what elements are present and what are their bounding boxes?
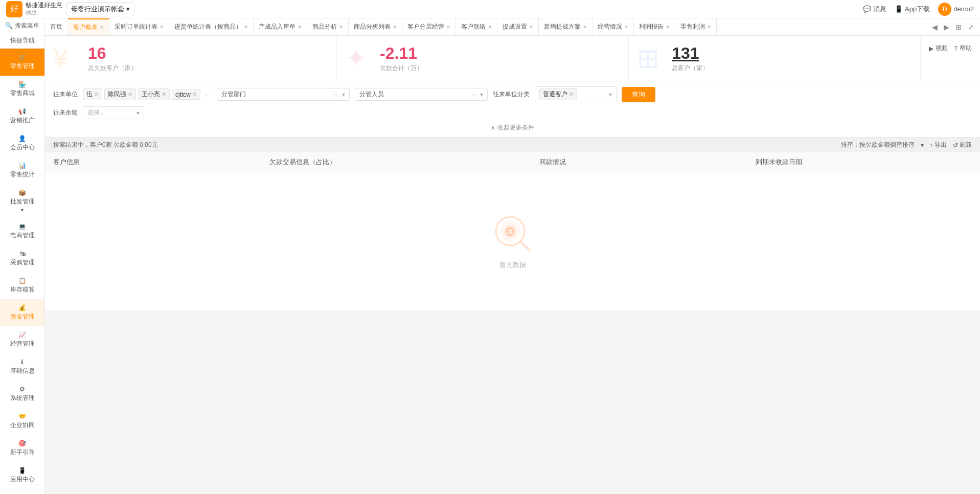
manager-clear-icon[interactable]: ··· [472,91,477,98]
sidebar-item-member-center[interactable]: 👤 会员中心 [0,130,44,157]
sidebar-item-collaboration[interactable]: 🤝 企业协同 [0,408,44,435]
stat-info-3: 131 总客户（家） [672,44,709,73]
sidebar-item-purchase[interactable]: 🛍 采购管理 [0,245,44,272]
tab-close-icon[interactable]: ✕ [583,24,587,30]
tab-close-icon[interactable]: ✕ [100,25,104,30]
message-icon: 💬 [863,5,871,13]
tab-menu-button[interactable]: ⊞ [953,22,964,32]
sidebar-item-retail-stats[interactable]: 📊 零售统计 [0,157,44,184]
sidebar-item-inventory[interactable]: 📋 库存核算 [0,272,44,299]
tab-close-icon[interactable]: ✕ [529,24,533,30]
tag-text: 陈民强 [108,90,126,99]
tab-close-icon[interactable]: ✕ [339,24,343,30]
user-label: demo2 [953,5,974,13]
stat-number-3: 131 [672,44,709,63]
collapse-button[interactable]: ∧ 收起更多条件 [491,123,534,132]
video-button[interactable]: ▶ 视频 [929,44,948,53]
main-layout: 🔍 搜索菜单 快捷导航 🛒 零售管理 🏪 零售商城 📢 营销推广 👤 会员中心 … [0,18,980,494]
unit-type-tag-remove[interactable]: ✕ [569,91,574,98]
sidebar-item-system[interactable]: ⚙ 系统管理 [0,380,44,408]
refresh-icon: ↺ [953,142,958,149]
tag-remove-chen[interactable]: ✕ [128,91,132,98]
dept-select[interactable]: 分管部门 ··· ▾ [217,88,350,101]
tab-retail-profit[interactable]: 零售利润 ✕ [675,18,717,35]
sidebar-item-wholesale[interactable]: 📦 批发管理 ▾ [0,184,44,218]
sidebar-item-label: 企业协同 [10,421,35,430]
finance-icon: 💰 [18,304,26,311]
export-button[interactable]: ↑ 导出 [930,141,947,149]
user-menu[interactable]: D demo2 [938,3,974,16]
sidebar-item-retail-mall[interactable]: 🏪 零售商城 [0,76,44,103]
collapse-label: 收起更多条件 [497,123,534,132]
dept-clear-icon[interactable]: ··· [334,91,339,98]
sidebar-item-guide[interactable]: 🎯 新手引导 [0,435,44,462]
tab-commission-settings[interactable]: 提成设置 ✕ [497,18,539,35]
manager-select[interactable]: 分管人员 ··· ▾ [355,88,488,101]
tab-close-icon[interactable]: ✕ [488,24,492,30]
stat-label-1: 总欠款客户（家） [88,64,137,73]
help-label: 帮助 [960,44,972,53]
tag-remove-cjttcw[interactable]: ✕ [192,91,197,98]
app-download-button[interactable]: 📱 App下载 [895,5,930,14]
tab-close-icon[interactable]: ✕ [244,24,248,30]
tab-label: 经营情况 [598,23,622,31]
tab-fullscreen-button[interactable]: ⤢ [966,22,976,32]
balance-label: 往来余额 [53,108,78,117]
tab-close-icon[interactable]: ✕ [393,24,397,30]
sidebar-item-label: 批发管理 [10,197,35,206]
play-icon: ▶ [929,45,933,52]
sidebar-item-retail-management[interactable]: 🛒 零售管理 [0,49,44,76]
workspace-label: 母婴行业演示帐套 [71,5,124,14]
stat-info-1: 16 总欠款客户（家） [88,44,137,73]
balance-select[interactable]: 选择... ▾ [83,106,144,119]
tab-product-analysis-list[interactable]: 商品分析列表 ✕ [349,18,402,35]
purchase-icon: 🛍 [19,250,26,257]
col-header-3: 回款情况 [539,158,756,167]
help-button[interactable]: ? 帮助 [954,44,972,53]
tab-goods-stats[interactable]: 进货单统计表（按商品） ✕ [169,18,254,35]
sidebar-item-finance[interactable]: 💰 资金管理 [0,299,44,326]
tab-new-commission[interactable]: 新增提成方案 ✕ [539,18,592,35]
tag-remove-wu[interactable]: ✕ [94,91,99,98]
tab-customer-segmentation[interactable]: 客户分层经营 ✕ [402,18,456,35]
tab-close-icon[interactable]: ✕ [707,24,711,30]
tab-purchase-order[interactable]: 采购订单统计表 ✕ [109,18,169,35]
tab-profit-report[interactable]: 利润报告 ✕ [634,18,675,35]
tab-product-analysis[interactable]: 商品分析 ✕ [307,18,349,35]
tag-remove-wang[interactable]: ✕ [162,91,166,98]
tab-close-icon[interactable]: ✕ [446,24,450,30]
sidebar-item-enterprise-wechat[interactable]: 💬 企业微信 [0,489,44,494]
filter-more-button[interactable]: ··· [202,90,212,99]
query-button[interactable]: 查询 [622,87,655,102]
sidebar-search-button[interactable]: 🔍 搜索菜单 [0,18,44,33]
tab-label: 客户联络 [461,23,486,31]
refresh-button[interactable]: ↺ 刷新 [953,141,972,149]
tab-close-icon[interactable]: ✕ [159,24,164,30]
collapse-row: ∧ 收起更多条件 [53,123,972,132]
sidebar-item-basic-info[interactable]: ℹ 基础信息 [0,353,44,380]
tab-operations[interactable]: 经营情况 ✕ [592,18,634,35]
sidebar-item-app-center[interactable]: 📱 应用中心 [0,462,44,489]
balance-arrow-icon: ▾ [136,109,140,117]
sidebar-item-ecommerce[interactable]: 💻 电商管理 [0,218,44,245]
tab-customer-ledger[interactable]: 客户账本 ✕ [68,18,109,35]
tab-home[interactable]: 首页 [45,18,68,35]
sidebar-item-operations[interactable]: 📈 经营管理 [0,326,44,353]
sidebar-item-marketing[interactable]: 📢 营销推广 [0,103,44,130]
tab-next-button[interactable]: ▶ [942,22,951,32]
tab-product-inbound[interactable]: 产成品入库单 ✕ [254,18,307,35]
workspace-selector[interactable]: 母婴行业演示帐套 ▾ [66,2,134,16]
results-sort-label: 排序：按欠款金额倒序排序 [841,141,915,149]
tab-close-icon[interactable]: ✕ [298,24,302,30]
sidebar-item-label: 经营管理 [10,340,35,348]
tab-prev-button[interactable]: ◀ [930,22,940,32]
col-header-1: 客户信息 [53,158,269,167]
tab-close-icon[interactable]: ✕ [624,24,628,30]
sidebar-item-label: 应用中心 [10,475,35,484]
message-button[interactable]: 💬 消息 [863,5,886,14]
tab-close-icon[interactable]: ✕ [666,24,670,30]
quick-nav-button[interactable]: 快捷导航 [0,33,44,49]
sort-arrow-icon: ▾ [921,142,924,149]
unit-type-select[interactable]: 普通客户 ✕ ▾ [535,86,617,102]
tab-customer-contact[interactable]: 客户联络 ✕ [456,18,497,35]
